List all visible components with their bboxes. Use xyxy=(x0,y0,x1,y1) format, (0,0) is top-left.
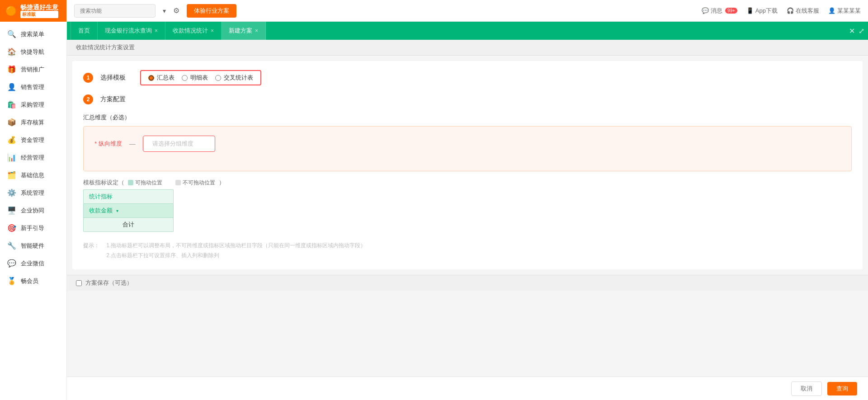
col-label: 收款金额 xyxy=(89,207,113,215)
radio-detail[interactable]: 明细表 xyxy=(182,74,208,82)
group-dim-select[interactable]: 请选择分组维度 xyxy=(143,136,215,152)
tab-close-new-plan[interactable]: × xyxy=(255,28,258,34)
indicators-total-row: 合计 xyxy=(83,218,174,232)
app-download-label: App下载 xyxy=(755,7,778,15)
tab-bar: 首页现金银行流水查询×收款情况统计×新建方案× ✕ ⤢ xyxy=(67,22,868,40)
basic-info-icon: 🗂️ xyxy=(7,171,16,179)
save-option-footer: 方案保存（可选） xyxy=(67,275,868,291)
radio-cross-input[interactable] xyxy=(215,75,221,81)
message-label: 消息 xyxy=(711,7,722,15)
enterprise-wechat-label: 企业微信 xyxy=(21,259,44,268)
sidebar-item-purchase[interactable]: 🛍️采购管理 xyxy=(0,96,66,113)
sidebar-item-search-menu[interactable]: 🔍搜索菜单 xyxy=(0,25,66,43)
settings-icon[interactable]: ⚙ xyxy=(173,6,179,15)
operations-label: 经营管理 xyxy=(21,154,44,162)
message-btn[interactable]: 💬 消息 99+ xyxy=(702,7,737,15)
sidebar: 🟠 畅捷通好生意 标准版 🔍搜索菜单🏠快捷导航🎁营销推广👤销售管理🛍️采购管理📦… xyxy=(0,0,67,400)
step1-badge: 1 xyxy=(83,73,93,83)
tips-area: 提示： 1.拖动标题栏可以调整布局，不可跨维度或指标区域拖动栏目字段（只能在同一… xyxy=(83,241,852,260)
radio-detail-input[interactable] xyxy=(182,75,188,81)
sidebar-item-quick-nav[interactable]: 🏠快捷导航 xyxy=(0,43,66,61)
save-label: 方案保存（可选） xyxy=(85,279,132,287)
radio-cross[interactable]: 交叉统计表 xyxy=(215,74,253,82)
inventory-label: 库存核算 xyxy=(21,118,44,127)
smart-hardware-label: 智能硬件 xyxy=(21,242,44,250)
service-icon: 🎧 xyxy=(787,7,794,14)
tab-home[interactable]: 首页 xyxy=(71,22,98,40)
step2-badge: 2 xyxy=(83,94,93,104)
inventory-icon: 📦 xyxy=(7,118,16,127)
header-dropdown-icon[interactable]: ▾ xyxy=(163,7,166,14)
main-content: 收款情况统计方案设置 1 选择模板 汇总表 明细表 xyxy=(67,40,868,400)
member-label: 畅会员 xyxy=(21,277,38,285)
tip2: 2.点击标题栏下拉可设置排序、插入列和删除列 xyxy=(83,251,852,261)
industry-btn[interactable]: 体验行业方案 xyxy=(187,4,236,18)
message-badge: 99+ xyxy=(725,8,737,14)
close-tab-icon[interactable]: ✕ xyxy=(849,27,855,35)
sidebar-item-beginner[interactable]: 🎯新手引导 xyxy=(0,219,66,237)
username: 某某某某 xyxy=(837,7,861,15)
step2-section: 2 方案配置 汇总维度（必选） * 纵向维度 — 请选择分组维度 xyxy=(83,94,852,260)
total-label: 合计 xyxy=(123,221,134,228)
main-area: ▾ ⚙ 体验行业方案 💬 消息 99+ 📱 App下载 🎧 在线客服 👤 某某某… xyxy=(67,0,868,400)
tab-close-receipt-stats[interactable]: × xyxy=(211,28,214,34)
radio-summary-input[interactable] xyxy=(148,75,154,81)
enterprise-coop-label: 企业协同 xyxy=(21,207,44,215)
indicators-col-header[interactable]: 收款金额 ▾ xyxy=(83,204,174,218)
bottom-action-bar: 取消 查询 xyxy=(67,376,868,400)
search-input[interactable] xyxy=(74,4,156,18)
sidebar-item-marketing[interactable]: 🎁营销推广 xyxy=(0,61,66,78)
operations-icon: 📊 xyxy=(7,153,16,162)
tab-new-plan[interactable]: 新建方案× xyxy=(222,22,266,40)
vertical-dim-label: * 纵向维度 xyxy=(94,140,122,148)
finance-icon: 💰 xyxy=(7,136,16,144)
radio-detail-label: 明细表 xyxy=(190,74,208,82)
cancel-button[interactable]: 取消 xyxy=(791,381,822,396)
sidebar-item-inventory[interactable]: 📦库存核算 xyxy=(0,113,66,131)
radio-summary[interactable]: 汇总表 xyxy=(148,74,175,82)
search-menu-icon: 🔍 xyxy=(7,30,16,38)
tip1-text: 1.拖动标题栏可以调整布局，不可跨维度或指标区域拖动栏目字段（只能在同一维度或指… xyxy=(106,242,366,249)
sidebar-item-enterprise-wechat[interactable]: 💬企业微信 xyxy=(0,254,66,272)
save-checkbox[interactable] xyxy=(76,280,82,286)
sidebar-item-finance[interactable]: 💰资金管理 xyxy=(0,131,66,149)
smart-hardware-icon: 🔧 xyxy=(7,241,16,250)
avatar-icon: 👤 xyxy=(828,7,835,14)
tab-bank-flow[interactable]: 现金银行流水查询× xyxy=(98,22,165,40)
step2-row: 2 方案配置 xyxy=(83,94,852,104)
quick-nav-label: 快捷导航 xyxy=(21,48,44,56)
sidebar-logo-text: 畅捷通好生意 xyxy=(20,4,58,11)
sidebar-item-basic-info[interactable]: 🗂️基础信息 xyxy=(0,166,66,184)
tab-close-bank-flow[interactable]: × xyxy=(155,28,158,34)
category-label: 统计指标 xyxy=(89,193,113,201)
indicators-label: 模板指标设定（ 可拖动位置 不可拖动位置 ） xyxy=(83,179,852,187)
tabs-right-controls: ✕ ⤢ xyxy=(849,27,864,35)
tab-receipt-stats[interactable]: 收款情况统计× xyxy=(165,22,222,40)
config-area: 汇总维度（必选） * 纵向维度 — 请选择分组维度 xyxy=(83,113,852,260)
dim-arrow: — xyxy=(129,140,136,147)
indicators-label-close: ） xyxy=(219,179,225,187)
online-service-btn[interactable]: 🎧 在线客服 xyxy=(787,7,819,15)
sidebar-nav: 🔍搜索菜单🏠快捷导航🎁营销推广👤销售管理🛍️采购管理📦库存核算💰资金管理📊经营管… xyxy=(0,22,66,400)
sidebar-item-sales[interactable]: 👤销售管理 xyxy=(0,78,66,96)
enterprise-coop-icon: 🖥️ xyxy=(7,206,16,215)
sidebar-logo-icon: 🟠 xyxy=(5,5,17,16)
system-label: 系统管理 xyxy=(21,189,44,197)
sidebar-item-member[interactable]: 🏅畅会员 xyxy=(0,272,66,290)
marketing-label: 营销推广 xyxy=(21,66,44,74)
query-button[interactable]: 查询 xyxy=(827,382,857,395)
sidebar-item-enterprise-coop[interactable]: 🖥️企业协同 xyxy=(0,202,66,219)
user-avatar[interactable]: 👤 某某某某 xyxy=(828,7,861,15)
step2-label: 方案配置 xyxy=(100,95,126,104)
sidebar-item-system[interactable]: ⚙️系统管理 xyxy=(0,184,66,202)
sidebar-item-operations[interactable]: 📊经营管理 xyxy=(0,149,66,166)
expand-icon[interactable]: ⤢ xyxy=(859,27,864,35)
download-icon: 📱 xyxy=(746,7,754,14)
sidebar-item-smart-hardware[interactable]: 🔧智能硬件 xyxy=(0,237,66,254)
tab-label-new-plan: 新建方案 xyxy=(229,27,252,35)
indicators-sep xyxy=(166,179,172,187)
tip1: 提示： 1.拖动标题栏可以调整布局，不可跨维度或指标区域拖动栏目字段（只能在同一… xyxy=(83,241,852,251)
tab-label-bank-flow: 现金银行流水查询 xyxy=(105,27,152,35)
app-download-btn[interactable]: 📱 App下载 xyxy=(746,7,778,15)
step1-row: 1 选择模板 汇总表 明细表 交叉统计表 xyxy=(83,70,852,85)
